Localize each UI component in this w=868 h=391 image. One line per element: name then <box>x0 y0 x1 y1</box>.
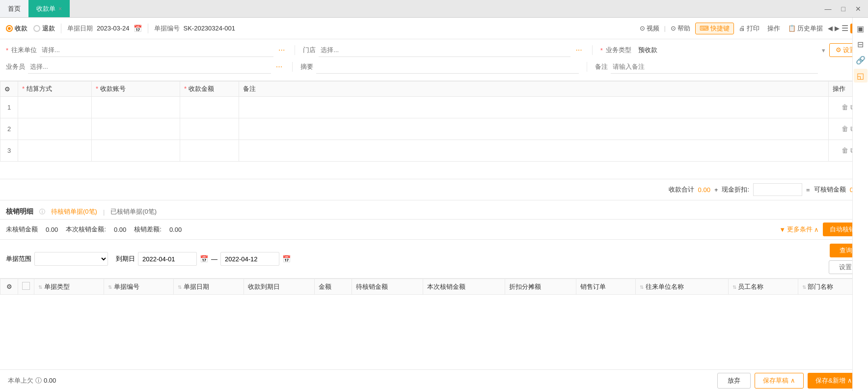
form-row-1: * 往来单位 ··· 门店 ··· * 业务类型 预收款 ▾ ⚙ <box>6 43 862 57</box>
row-3-delete-icon[interactable]: 🗑 <box>841 146 848 155</box>
date-to-input[interactable] <box>220 252 279 266</box>
discount-input[interactable] <box>753 183 802 196</box>
maximize-btn[interactable]: □ <box>839 4 848 14</box>
row-3-amount[interactable] <box>180 140 239 162</box>
row-num-2: 2 <box>0 118 18 140</box>
more-filter-btn[interactable]: ▼ 更多条件 ∧ <box>779 225 819 234</box>
minimize-btn[interactable]: — <box>822 4 835 14</box>
print-label: 打印 <box>747 24 760 33</box>
header-checkbox[interactable] <box>22 282 30 290</box>
row-1-delete-icon[interactable]: 🗑 <box>841 103 848 112</box>
range-select[interactable] <box>34 252 108 266</box>
row-num-3: 3 <box>0 140 18 162</box>
salesman-input[interactable] <box>28 60 271 74</box>
diff-label: 核销差额: <box>134 225 162 234</box>
form-area: * 往来单位 ··· 门店 ··· * 业务类型 预收款 ▾ ⚙ <box>0 39 868 81</box>
print-btn[interactable]: 🖨 打印 <box>736 23 762 34</box>
save-new-label: 保存&新增 <box>815 376 845 385</box>
calendar-from-icon[interactable]: 📅 <box>200 255 208 263</box>
th-settings[interactable]: ⚙ <box>0 82 18 97</box>
row-2-jiesuan[interactable] <box>18 118 92 140</box>
calendar-icon[interactable]: 📅 <box>134 25 142 32</box>
footer: 本单上欠 ⓘ 0.00 放弃 保存草稿 ∧ 保存&新增 ∧ <box>0 369 868 391</box>
sidebar-link-icon[interactable]: 🔗 <box>854 53 868 67</box>
radio-refund-circle <box>33 25 40 32</box>
tab-home[interactable]: 首页 <box>0 0 28 17</box>
sidebar-list-icon[interactable]: ⊟ <box>854 37 868 51</box>
radio-receipt[interactable]: 收款 <box>6 24 27 33</box>
sidebar-table-icon[interactable]: ▣ <box>854 22 868 35</box>
salesman-more-btn[interactable]: ··· <box>274 62 284 71</box>
summary-label: 摘要 <box>300 62 313 71</box>
row-3-remark[interactable] <box>239 140 829 162</box>
biz-required-star: * <box>600 47 603 54</box>
sidebar-expand-icon[interactable]: ◱ <box>854 69 868 83</box>
range-label: 单据范围 <box>6 254 31 263</box>
tab-close-icon[interactable]: × <box>58 5 62 12</box>
radio-refund-label: 退款 <box>42 24 55 33</box>
row-2-remark[interactable] <box>239 118 829 140</box>
th-partner-name: ⇅ 往来单位名称 <box>636 279 728 295</box>
calendar-to-icon[interactable]: 📅 <box>282 255 291 263</box>
divider-2 <box>148 24 148 33</box>
row-3-jiesuan[interactable] <box>18 140 92 162</box>
footer-info-icon[interactable]: ⓘ <box>35 376 42 385</box>
radio-refund[interactable]: 退款 <box>33 24 55 33</box>
nav-prev-icon[interactable]: ◀ <box>828 25 833 32</box>
row-3-account[interactable] <box>92 140 180 162</box>
th-discount-share: 折扣分摊额 <box>505 279 576 295</box>
th-remark: 备注 <box>239 82 829 97</box>
store-input[interactable] <box>319 43 570 57</box>
table-row: 1 🗑 ⧉ <box>0 97 868 118</box>
row-1-amount[interactable] <box>180 97 239 118</box>
nav-arrows: ◀ ▶ <box>828 25 840 32</box>
hexiao-title: 核销明细 <box>6 207 33 216</box>
hexiao-stats: 未核销金额 0.00 本次核销金额: 0.00 核销差额: 0.00 ▼ 更多条… <box>0 220 868 240</box>
list-view-icon[interactable]: ☰ <box>841 24 848 33</box>
chevron-up-icon: ∧ <box>814 226 819 233</box>
shortcut-btn[interactable]: ⌨ 快捷键 <box>695 23 734 34</box>
save-draft-btn[interactable]: 保存草稿 ∧ <box>755 373 804 389</box>
toolbar: 收款 退款 单据日期 2023-03-24 📅 单据编号 SK-20230324… <box>0 18 868 39</box>
row-2-delete-icon[interactable]: 🗑 <box>841 125 848 133</box>
main-content: 收款 退款 单据日期 2023-03-24 📅 单据编号 SK-20230324… <box>0 18 868 391</box>
th-settings-2[interactable]: ⚙ <box>0 279 18 295</box>
date-from-input[interactable] <box>138 252 197 266</box>
shortcut-label: 快捷键 <box>710 24 730 33</box>
th-cb[interactable] <box>18 279 34 295</box>
date-dash: — <box>211 255 217 263</box>
date-value[interactable]: 2023-03-24 <box>97 25 130 32</box>
remark-input[interactable] <box>611 60 818 74</box>
tab-active[interactable]: 收款单 × <box>28 0 70 17</box>
abandon-btn[interactable]: 放弃 <box>717 373 751 389</box>
bill-no-value[interactable]: SK-20230324-001 <box>184 25 236 32</box>
store-more-btn[interactable]: ··· <box>573 46 584 55</box>
tab-done[interactable]: 已核销单据(0笔) <box>110 207 157 216</box>
row-2-amount[interactable] <box>180 118 239 140</box>
close-btn[interactable]: ✕ <box>852 4 864 14</box>
history-btn[interactable]: 📋 历史单据 <box>785 23 826 34</box>
action-btn[interactable]: 操作 <box>764 23 783 34</box>
tab-pending[interactable]: 待核销单据(0笔) <box>51 207 97 216</box>
settings-icon: ⚙ <box>4 85 10 93</box>
summary-input[interactable] <box>316 60 579 74</box>
hexiao-header: 核销明细 ⓘ 待核销单据(0笔) | 已核销单据(0笔) <box>0 202 868 220</box>
row-1-jiesuan[interactable] <box>18 97 92 118</box>
nav-next-icon[interactable]: ▶ <box>835 25 840 32</box>
action-label: 操作 <box>767 24 780 33</box>
more-filter-label: 更多条件 <box>787 225 813 234</box>
tab-bar: 首页 收款单 × — □ ✕ <box>0 0 868 18</box>
row-2-account[interactable] <box>92 118 180 140</box>
help-btn[interactable]: ⊙ 帮助 <box>668 23 693 34</box>
partner-more-btn[interactable]: ··· <box>276 46 287 55</box>
row-1-remark[interactable] <box>239 97 829 118</box>
biz-type-dropdown-icon[interactable]: ▾ <box>822 47 825 54</box>
window-controls: — □ ✕ <box>822 4 868 14</box>
table-row: 2 🗑 ⧉ <box>0 118 868 140</box>
row-1-account[interactable] <box>92 97 180 118</box>
biz-type-value: 预收款 <box>638 46 657 55</box>
keyboard-icon: ⌨ <box>700 25 709 32</box>
video-btn[interactable]: ⊙ 视频 <box>637 23 662 34</box>
hexiao-info-icon[interactable]: ⓘ <box>39 208 45 216</box>
partner-input[interactable] <box>40 43 273 57</box>
